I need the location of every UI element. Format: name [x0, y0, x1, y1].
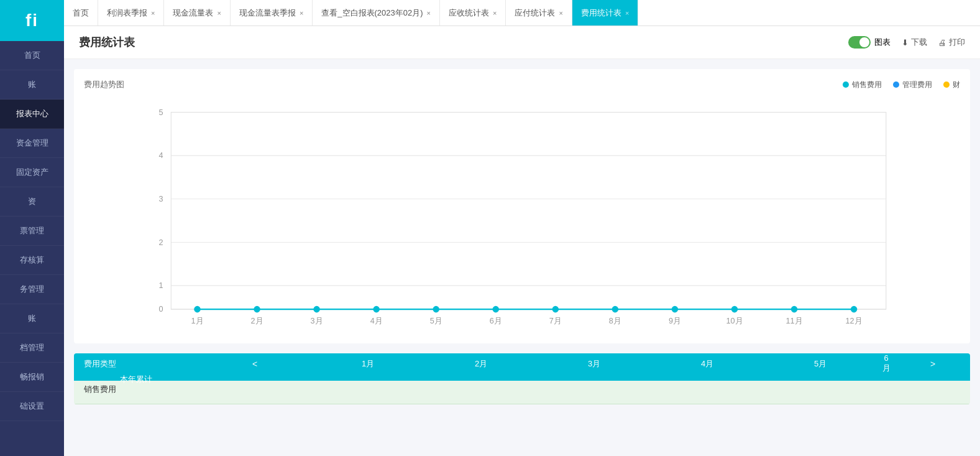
tab-close-ar[interactable]: ×: [493, 9, 497, 17]
table-header-type: 费用类型: [74, 358, 198, 370]
table-header-month3: 3月: [538, 358, 651, 370]
legend-sales: 销售费用: [843, 80, 882, 90]
svg-text:5月: 5月: [430, 317, 442, 325]
svg-text:6月: 6月: [490, 317, 502, 325]
table-header-month1: 1月: [311, 358, 424, 370]
svg-text:4月: 4月: [370, 317, 383, 325]
content-area: 费用统计表 图表 ⬇ 下载 🖨 打印 费用趋势图: [64, 26, 980, 456]
tab-cashflow[interactable]: 现金流量表 ×: [164, 0, 230, 26]
svg-point-21: [672, 306, 679, 313]
svg-point-16: [373, 306, 380, 313]
svg-text:3月: 3月: [311, 317, 323, 325]
table-section: 费用类型 < 1月 2月 3月 4月 5月: [74, 353, 970, 404]
legend-finance: 财: [943, 80, 960, 90]
table-row: 销售费用: [74, 381, 970, 404]
svg-point-15: [313, 306, 320, 313]
sidebar-item-file-mgmt[interactable]: 档管理: [0, 333, 64, 363]
svg-point-17: [433, 306, 439, 313]
sidebar-item-account[interactable]: 账: [0, 70, 64, 100]
sidebar-item-report-center[interactable]: 报表中心: [0, 100, 64, 129]
legend-admin-dot: [893, 81, 899, 88]
chart-toggle-label: 图表: [874, 37, 891, 48]
page-actions: 图表 ⬇ 下载 🖨 打印: [848, 36, 965, 49]
tab-expense[interactable]: 费用统计表 ×: [572, 0, 638, 26]
chart-svg: 5 4 3 2 1 0: [84, 95, 960, 332]
table-header-nav-next[interactable]: >: [895, 359, 970, 369]
svg-text:9月: 9月: [669, 317, 681, 325]
sidebar: fi 首页 账 报表中心 资金管理 固定资产 资 票管理 存核算 务管理 账 档…: [0, 0, 64, 456]
svg-text:1月: 1月: [191, 317, 203, 325]
table-header-month6: 6月: [877, 353, 895, 374]
svg-text:5: 5: [159, 108, 163, 117]
legend-admin: 管理费用: [893, 80, 932, 90]
print-button[interactable]: 🖨 打印: [938, 37, 965, 48]
svg-point-23: [791, 306, 798, 313]
sidebar-logo: fi: [0, 0, 64, 41]
legend-sales-dot: [843, 81, 849, 88]
legend-finance-label: 财: [953, 80, 960, 90]
chart-svg-wrapper: 5 4 3 2 1 0: [84, 95, 960, 333]
tab-profit[interactable]: 利润表季报 ×: [98, 0, 164, 26]
page-header: 费用统计表 图表 ⬇ 下载 🖨 打印: [64, 26, 980, 59]
tab-close-cashflow-q[interactable]: ×: [300, 9, 303, 17]
tab-close-cashflow[interactable]: ×: [217, 9, 221, 17]
svg-text:7月: 7月: [549, 317, 562, 325]
tab-ap[interactable]: 应付统计表 ×: [506, 0, 572, 26]
legend-finance-dot: [943, 81, 950, 88]
chart-section: 费用趋势图 销售费用 管理费用 财: [74, 69, 970, 343]
sidebar-item-business-mgmt[interactable]: 务管理: [0, 275, 64, 304]
chart-header: 费用趋势图 销售费用 管理费用 财: [84, 79, 960, 90]
svg-point-22: [731, 306, 738, 313]
legend-sales-label: 销售费用: [852, 80, 882, 90]
table-cell-type: 销售费用: [74, 384, 198, 395]
chart-toggle-wrap: 图表: [848, 36, 891, 49]
svg-text:1: 1: [159, 281, 163, 290]
table-header-row: 费用类型 < 1月 2月 3月 4月 5月: [74, 353, 970, 381]
tab-cashflow-q[interactable]: 现金流量表季报 ×: [231, 0, 313, 26]
sidebar-item-settings[interactable]: 础设置: [0, 392, 64, 421]
print-icon: 🖨: [938, 38, 946, 47]
sidebar-item-expense[interactable]: 畅报销: [0, 363, 64, 392]
svg-point-19: [552, 306, 559, 313]
svg-text:4: 4: [159, 151, 163, 160]
svg-text:3: 3: [159, 195, 163, 203]
chart-toggle[interactable]: [848, 36, 871, 49]
svg-text:2月: 2月: [251, 317, 263, 325]
table-header-month4: 4月: [651, 358, 764, 370]
svg-point-20: [612, 306, 619, 313]
sidebar-item-asset[interactable]: 资: [0, 187, 64, 216]
svg-point-13: [194, 306, 201, 313]
table-header-nav-prev[interactable]: <: [198, 359, 311, 369]
main-content: 首页 利润表季报 × 现金流量表 × 现金流量表季报 × 查看_空白报表(202…: [64, 0, 980, 456]
tab-close-blank[interactable]: ×: [427, 9, 431, 17]
sidebar-item-fixed-assets[interactable]: 固定资产: [0, 158, 64, 187]
chart-title: 费用趋势图: [84, 79, 124, 90]
sidebar-item-ticket-mgmt[interactable]: 票管理: [0, 216, 64, 246]
svg-rect-12: [171, 112, 886, 309]
tab-ar[interactable]: 应收统计表 ×: [440, 0, 506, 26]
tab-close-expense[interactable]: ×: [625, 9, 629, 17]
download-icon: ⬇: [902, 38, 909, 47]
sidebar-item-inventory[interactable]: 存核算: [0, 246, 64, 275]
tab-close-profit[interactable]: ×: [151, 9, 155, 17]
tab-close-ap[interactable]: ×: [559, 9, 562, 17]
download-button[interactable]: ⬇ 下载: [902, 37, 927, 48]
sidebar-item-ledger[interactable]: 账: [0, 304, 64, 333]
tab-bar: 首页 利润表季报 × 现金流量表 × 现金流量表季报 × 查看_空白报表(202…: [64, 0, 980, 26]
svg-text:2: 2: [159, 238, 163, 247]
sidebar-item-fund-mgmt[interactable]: 资金管理: [0, 129, 64, 158]
svg-text:11月: 11月: [786, 317, 803, 325]
page-title: 费用统计表: [79, 35, 135, 50]
table-header-month2: 2月: [424, 358, 538, 370]
tab-home[interactable]: 首页: [64, 0, 98, 26]
sidebar-item-home[interactable]: 首页: [0, 41, 64, 70]
tab-blank[interactable]: 查看_空白报表(2023年02月) ×: [313, 0, 440, 26]
svg-point-18: [493, 306, 500, 313]
svg-point-24: [851, 306, 858, 313]
svg-text:0: 0: [159, 305, 163, 314]
svg-text:10月: 10月: [726, 317, 743, 325]
svg-text:12月: 12月: [846, 317, 863, 325]
table-header-month5: 5月: [764, 358, 877, 370]
svg-text:8月: 8月: [609, 317, 621, 325]
legend-admin-label: 管理费用: [902, 80, 932, 90]
